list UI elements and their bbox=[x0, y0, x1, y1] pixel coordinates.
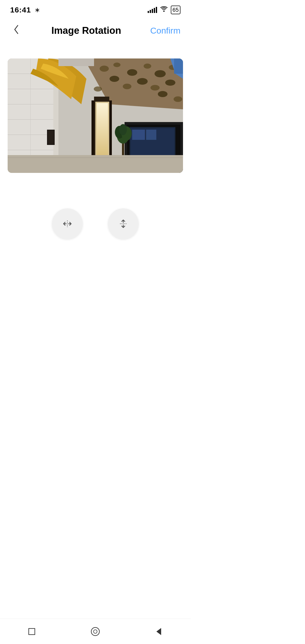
battery-icon: 65 bbox=[171, 6, 180, 14]
nav-stop-button[interactable] bbox=[22, 621, 42, 642]
svg-point-0 bbox=[163, 11, 164, 12]
nav-back-button[interactable] bbox=[149, 621, 169, 642]
controls-area bbox=[0, 198, 191, 249]
image-preview bbox=[8, 58, 183, 173]
confirm-button[interactable]: Confirm bbox=[150, 26, 180, 36]
svg-rect-36 bbox=[132, 130, 145, 140]
wifi-icon bbox=[160, 6, 168, 14]
svg-point-12 bbox=[113, 63, 120, 67]
svg-point-13 bbox=[127, 69, 137, 76]
svg-point-15 bbox=[155, 70, 166, 77]
status-icons: 65 bbox=[148, 6, 180, 14]
back-button[interactable] bbox=[10, 21, 22, 40]
flip-vertical-button[interactable] bbox=[108, 208, 139, 239]
status-time: 16:41 bbox=[10, 6, 31, 14]
bluetooth-icon: ∗ bbox=[35, 6, 40, 14]
svg-rect-37 bbox=[146, 130, 156, 140]
bottom-nav-bar bbox=[0, 619, 191, 644]
svg-point-17 bbox=[110, 76, 119, 82]
svg-rect-50 bbox=[29, 628, 35, 635]
signal-icon bbox=[148, 7, 157, 13]
svg-point-24 bbox=[174, 96, 182, 102]
svg-point-42 bbox=[119, 124, 127, 135]
nav-bar: Image Rotation Confirm bbox=[0, 18, 191, 43]
svg-point-11 bbox=[100, 66, 109, 72]
svg-point-23 bbox=[158, 91, 167, 97]
svg-point-22 bbox=[94, 86, 102, 92]
svg-point-52 bbox=[94, 630, 97, 633]
svg-point-14 bbox=[144, 64, 151, 69]
svg-point-20 bbox=[150, 85, 160, 91]
page-title: Image Rotation bbox=[51, 25, 121, 36]
room-scene bbox=[8, 58, 183, 173]
svg-rect-31 bbox=[97, 103, 108, 156]
svg-point-18 bbox=[123, 84, 131, 89]
svg-point-21 bbox=[165, 80, 175, 86]
svg-rect-47 bbox=[58, 58, 94, 66]
svg-point-51 bbox=[91, 627, 99, 636]
nav-home-button[interactable] bbox=[85, 621, 105, 642]
svg-rect-46 bbox=[48, 130, 54, 144]
flip-horizontal-button[interactable] bbox=[52, 208, 83, 239]
status-bar: 16:41 ∗ 65 bbox=[0, 0, 191, 18]
svg-point-19 bbox=[137, 78, 148, 85]
svg-rect-25 bbox=[174, 58, 183, 74]
